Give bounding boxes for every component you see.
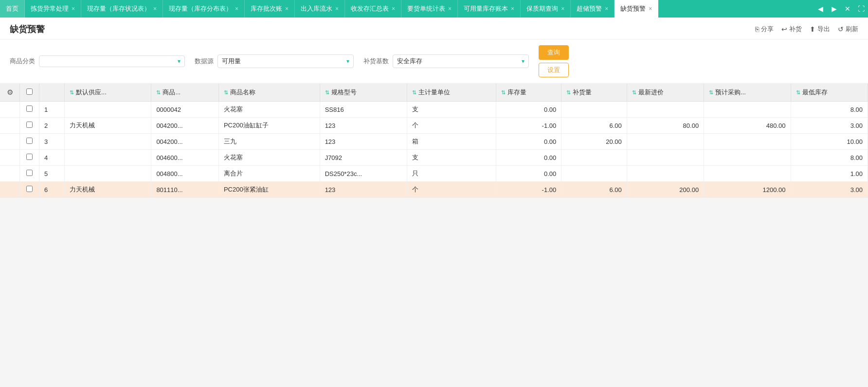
row-checkbox-5[interactable] xyxy=(26,186,33,192)
cell-seq-5: 6 xyxy=(39,182,65,198)
cell-product-name-1: PC200油缸缸子 xyxy=(218,118,320,134)
query-button[interactable]: 查询 xyxy=(539,45,569,60)
tab-close-receive-summary[interactable]: × xyxy=(392,5,395,12)
cell-latest-price-4 xyxy=(627,166,704,182)
th-stock-qty[interactable]: ⇅ 库存量 xyxy=(496,84,561,102)
tab-exception[interactable]: 拣货异常处理× xyxy=(25,0,81,18)
row-checkbox-4[interactable] xyxy=(26,170,33,176)
cell-seq-0: 1 xyxy=(39,102,65,118)
tab-receive-summary[interactable]: 收发存汇总表× xyxy=(345,0,401,18)
cell-settings-1 xyxy=(0,118,20,134)
cell-replenish-qty-5: 6.00 xyxy=(561,182,627,198)
table-row[interactable]: 2力天机械004200...PC200油缸缸子123个-1.006.0080.0… xyxy=(0,118,868,134)
th-product-code[interactable]: ⇅ 商品... xyxy=(151,84,219,102)
tab-batch-account[interactable]: 库存批次账× xyxy=(245,0,295,18)
cell-checkbox-5[interactable] xyxy=(20,182,39,198)
cell-checkbox-1[interactable] xyxy=(20,118,39,134)
table-row[interactable]: 6力天机械801110...PC200张紧油缸123个-1.006.00200.… xyxy=(0,182,868,198)
row-checkbox-0[interactable] xyxy=(26,106,33,112)
table-row[interactable]: 4004600...火花塞J7092支0.008.00 xyxy=(0,150,868,166)
tab-close-exception[interactable]: × xyxy=(72,5,75,12)
th-latest-price[interactable]: ⇅ 最新进价 xyxy=(627,84,704,102)
tab-shortage[interactable]: 缺货预警× xyxy=(615,0,658,18)
cell-replenish-qty-4 xyxy=(561,166,627,182)
tab-stock-status[interactable]: 现存量（库存状况表）× xyxy=(81,0,163,18)
cell-product-name-5: PC200张紧油缸 xyxy=(218,182,320,198)
th-replenish-qty[interactable]: ⇅ 补货量 xyxy=(561,84,627,102)
cell-supplier-0 xyxy=(65,102,151,118)
tab-close-available-ledger[interactable]: × xyxy=(511,5,514,12)
tab-close-stock-dist[interactable]: × xyxy=(235,5,238,12)
datasource-select[interactable]: 可用量 ▾ xyxy=(217,54,354,68)
tab-label-batch-account: 库存批次账 xyxy=(251,4,282,13)
tab-label-available-ledger: 可用量库存账本 xyxy=(464,4,508,13)
th-min-stock-label: 最低库存 xyxy=(802,88,828,97)
cell-supplier-2 xyxy=(65,134,151,150)
cell-stock-qty-4: 0.00 xyxy=(496,166,561,182)
cell-checkbox-2[interactable] xyxy=(20,134,39,150)
page-title: 缺货预警 xyxy=(10,23,45,35)
settings-gear-icon[interactable]: ⚙ xyxy=(5,88,15,97)
cell-spec-5: 123 xyxy=(320,182,407,198)
select-all-checkbox[interactable] xyxy=(26,88,33,95)
cell-checkbox-3[interactable] xyxy=(20,150,39,166)
cell-stock-qty-0: 0.00 xyxy=(496,102,561,118)
export-label: 导出 xyxy=(817,25,830,34)
tab-prev-btn[interactable]: ◀ xyxy=(814,0,827,18)
cell-supplier-3 xyxy=(65,150,151,166)
cell-product-code-5: 801110... xyxy=(151,182,219,198)
tab-close-inout-flow[interactable]: × xyxy=(335,5,339,12)
th-product-name[interactable]: ⇅ 商品名称 xyxy=(218,84,320,102)
tab-close-shortage[interactable]: × xyxy=(649,5,652,12)
tab-fullscreen-btn[interactable]: ⛶ xyxy=(854,0,868,18)
tab-close-batch-account[interactable]: × xyxy=(285,5,289,12)
row-checkbox-3[interactable] xyxy=(26,154,33,160)
cell-est-purchase-3 xyxy=(704,150,791,166)
tab-available-ledger[interactable]: 可用量库存账本× xyxy=(458,0,521,18)
cell-checkbox-4[interactable] xyxy=(20,166,39,182)
tab-close-btn[interactable]: ✕ xyxy=(841,0,854,18)
th-replenish-qty-label: 补货量 xyxy=(573,88,592,97)
th-unit[interactable]: ⇅ 主计量单位 xyxy=(407,84,496,102)
data-table: ⚙ ⇅ 默认供应... ⇅ 商 xyxy=(0,84,868,198)
row-checkbox-2[interactable] xyxy=(26,138,33,144)
cell-checkbox-0[interactable] xyxy=(20,102,39,118)
tab-home[interactable]: 首页 xyxy=(0,0,25,18)
category-filter-group: 商品分类 ▾ xyxy=(10,55,185,67)
th-est-purchase[interactable]: ⇅ 预计采购... xyxy=(704,84,791,102)
cell-latest-price-5: 200.00 xyxy=(627,182,704,198)
th-supplier[interactable]: ⇅ 默认供应... xyxy=(65,84,151,102)
tab-close-overstock[interactable]: × xyxy=(605,5,608,12)
table-row[interactable]: 3004200...三九123箱0.0020.0010.00 xyxy=(0,134,868,150)
cell-min-stock-2: 10.00 xyxy=(791,134,868,150)
row-checkbox-1[interactable] xyxy=(26,122,33,128)
tab-overstock[interactable]: 超储预警× xyxy=(571,0,615,18)
replenish-button[interactable]: ↩ 补货 xyxy=(781,25,802,34)
replenish-basis-select[interactable]: 安全库存 ▾ xyxy=(393,54,529,68)
tab-order-stats[interactable]: 要货单统计表× xyxy=(401,0,458,18)
tab-close-stock-status[interactable]: × xyxy=(153,5,157,12)
table-row[interactable]: 10000042火花塞SS816支0.008.00 xyxy=(0,102,868,118)
tab-inout-flow[interactable]: 出入库流水× xyxy=(295,0,345,18)
table-container: ⚙ ⇅ 默认供应... ⇅ 商 xyxy=(0,84,868,198)
th-spec[interactable]: ⇅ 规格型号 xyxy=(320,84,407,102)
cell-latest-price-1: 80.00 xyxy=(627,118,704,134)
tab-next-btn[interactable]: ▶ xyxy=(827,0,841,18)
cell-seq-4: 5 xyxy=(39,166,65,182)
tab-expiry-query[interactable]: 保质期查询× xyxy=(521,0,571,18)
cell-unit-1: 个 xyxy=(407,118,496,134)
th-unit-label: 主计量单位 xyxy=(418,88,450,97)
tab-close-order-stats[interactable]: × xyxy=(448,5,452,12)
refresh-button[interactable]: ↺ 刷新 xyxy=(838,25,858,34)
cell-min-stock-3: 8.00 xyxy=(791,150,868,166)
page-container: 缺货预警 ⎘ 分享 ↩ 补货 ⬆ 导出 ↺ 刷新 商品分类 xyxy=(0,18,868,198)
tab-close-expiry-query[interactable]: × xyxy=(561,5,564,12)
category-select[interactable]: ▾ xyxy=(39,55,185,67)
export-button[interactable]: ⬆ 导出 xyxy=(810,25,830,34)
share-button[interactable]: ⎘ 分享 xyxy=(755,25,774,34)
table-row[interactable]: 5004800...离合片DS250*23c...只0.001.00 xyxy=(0,166,868,182)
tab-stock-dist[interactable]: 现存量（库存分布表）× xyxy=(163,0,245,18)
tab-label-stock-dist: 现存量（库存分布表） xyxy=(169,4,232,13)
settings-button[interactable]: 设置 xyxy=(539,63,569,77)
th-min-stock[interactable]: ⇅ 最低库存 xyxy=(791,84,868,102)
